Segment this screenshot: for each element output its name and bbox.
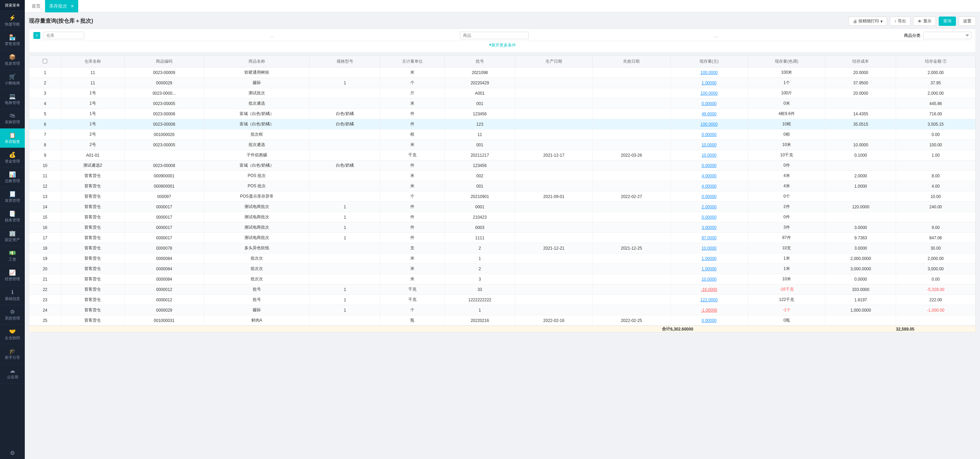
cell-total-cost: 3,000.00 <box>896 264 975 274</box>
cell-code: 0000084 <box>125 274 204 284</box>
table-wrap: 仓库名称 商品编码 商品名称 规格型号 主计量单位 批号 生产日期 失效日期 现… <box>29 56 976 332</box>
cell-unit: 米 <box>380 140 444 150</box>
cell-qty-main[interactable]: 0.00000 <box>670 161 748 171</box>
cell-qty-main[interactable]: 1.00000 <box>670 264 748 274</box>
cell-qty-alt: 4框9.6件 <box>748 109 826 119</box>
cell-unit-cost <box>826 212 896 222</box>
cell-qty-main[interactable]: 10.0000 <box>670 140 748 150</box>
sidebar-item-finance[interactable]: 💰 资金管理 <box>0 148 25 168</box>
goods-filter-input[interactable] <box>460 32 529 39</box>
cell-qty-main[interactable]: 10.0000 <box>670 274 748 284</box>
table-footer: 合计 6,302.60000 32,589.05 <box>29 326 975 332</box>
cell-qty-main[interactable]: 4.00000 <box>670 171 748 181</box>
sidebar-item-guide[interactable]: 🎓 新手引导 <box>0 344 25 364</box>
sidebar-item-system[interactable]: ⚙ 系统管理 <box>0 305 25 325</box>
display-button[interactable]: 👁 显示 <box>913 16 936 26</box>
cell-qty-main[interactable]: 0.00000 <box>670 316 748 326</box>
print-button[interactable]: 🖨 按精细打印 ▾ <box>848 16 887 26</box>
sidebar-item-quicknav[interactable]: ⚡ 快捷导航 <box>0 11 25 31</box>
cell-unit: 框 <box>380 129 444 140</box>
cell-qty-main[interactable]: 87.0000 <box>670 233 748 243</box>
cell-prod-date <box>515 109 592 119</box>
sidebar-item-collab[interactable]: 🤝 企业协同 <box>0 325 25 344</box>
cell-qty-main[interactable]: 0.00000 <box>670 99 748 109</box>
category-select[interactable] <box>923 32 971 39</box>
cell-qty-main[interactable]: 1.00000 <box>670 78 748 88</box>
cell-qty-main[interactable]: 10.0000 <box>670 243 748 253</box>
cell-qty-main[interactable]: 122.0000 <box>670 295 748 305</box>
sidebar: 搜索菜单 ⚡ 快捷导航 🏪 零售管理 📦 批发管理 🛒 小鹅电商 💻 电商管理 … <box>0 0 25 459</box>
table-row: 11 冒客货仓 000900001 POS 批次 米 002 4.00000 4… <box>29 171 975 181</box>
cell-seq: 14 <box>29 202 61 212</box>
cell-warehouse: 冒客货仓 <box>61 316 124 326</box>
cell-total-cost: 3,505.15 <box>896 119 975 129</box>
warehouse-filter-input[interactable] <box>43 32 84 39</box>
cell-code <box>125 150 204 161</box>
cell-seq: 22 <box>29 284 61 295</box>
sidebar-item-base[interactable]: ℹ 基础信息 <box>0 285 25 305</box>
table-row: 6 1号 0023-00008 富城（白色/奶橘） 白色/奶橘 件 123 10… <box>29 119 975 129</box>
cell-qty-alt: 87件 <box>748 233 826 243</box>
cell-spec: 1 <box>310 222 380 233</box>
cell-warehouse: A01-01 <box>61 150 124 161</box>
cell-qty-alt: 0框 <box>748 129 826 140</box>
sidebar-item-ledger[interactable]: 📊 总账管理 <box>0 168 25 187</box>
cell-batch: 1 <box>444 253 515 264</box>
cell-code: 0023-00008 <box>125 119 204 129</box>
cell-qty-main[interactable]: 0.00000 <box>670 212 748 222</box>
cell-qty-main[interactable]: 0.00000 <box>670 129 748 140</box>
filter-expand-btn[interactable]: ▾ 展开更多条件 <box>33 41 971 49</box>
query-button[interactable]: 查询 <box>939 16 956 26</box>
cell-qty-main[interactable]: 49.6000 <box>670 109 748 119</box>
cell-qty-main[interactable]: -16.0000 <box>670 284 748 295</box>
sidebar-item-purchase[interactable]: 🛍 采购管理 <box>0 109 25 128</box>
cell-qty-main[interactable]: -1.00000 <box>670 305 748 316</box>
cell-unit-cost <box>826 129 896 140</box>
cell-name: POS 批次 <box>204 171 309 181</box>
cell-qty-main[interactable]: 100.0000 <box>670 119 748 129</box>
cell-qty-main[interactable]: 3.00000 <box>670 222 748 233</box>
sidebar-item-mgmt[interactable]: 📈 经营管理 <box>0 266 25 285</box>
export-button[interactable]: ↑ 导出 <box>890 16 910 26</box>
tab-home[interactable]: 首页 <box>27 0 45 13</box>
filter-dots-1: ... <box>87 32 457 38</box>
sidebar-item-retail[interactable]: 🏪 零售管理 <box>0 31 25 50</box>
cell-prod-date: 2021-12-17 <box>515 150 592 161</box>
cell-qty-main[interactable]: 10.0000 <box>670 150 748 161</box>
cell-qty-main[interactable]: 1.00000 <box>670 253 748 264</box>
cell-qty-main[interactable]: 0.00000 <box>670 191 748 202</box>
sidebar-item-cloud[interactable]: ☁ 云应用 <box>0 364 25 384</box>
sidebar-item-ecom[interactable]: 💻 电商管理 <box>0 89 25 109</box>
cell-qty-main[interactable]: 2.00000 <box>670 202 748 212</box>
sidebar-search[interactable]: 搜索菜单 <box>0 0 25 11</box>
sidebar-item-invoice[interactable]: 🧾 发票管理 <box>0 187 25 207</box>
tab-close-icon[interactable]: ✕ <box>70 4 74 9</box>
cell-unit: 米 <box>380 67 444 78</box>
filter-dots-2: ... <box>531 32 902 38</box>
cell-qty-alt: 1个 <box>748 78 826 88</box>
sidebar-item-assets[interactable]: 🏢 固定资产 <box>0 226 25 246</box>
table-row: 8 2号 0023-00005 批次遴选 米 001 10.0000 10米 1… <box>29 140 975 150</box>
filter-toggle-button[interactable]: > <box>33 32 40 39</box>
cell-batch: 1 <box>444 305 515 316</box>
cell-warehouse: 1号 <box>61 99 124 109</box>
sidebar-item-salary[interactable]: 💵 工资 <box>0 246 25 266</box>
sidebar-item-wholesale[interactable]: 📦 批发管理 <box>0 50 25 70</box>
cell-qty-alt: 0米 <box>748 99 826 109</box>
cell-seq: 23 <box>29 295 61 305</box>
tab-inventory-batch[interactable]: 库存批次 ✕ <box>45 0 78 13</box>
sidebar-item-inventory[interactable]: 📋 库存核查 <box>0 128 25 148</box>
select-all-checkbox[interactable] <box>43 59 47 63</box>
cell-unit-cost: 37.9500 <box>826 78 896 88</box>
cell-qty-main[interactable]: 4.00000 <box>670 181 748 191</box>
sidebar-item-ecom-small[interactable]: 🛒 小鹅电商 <box>0 70 25 89</box>
sidebar-settings[interactable]: ⚙ <box>0 447 25 459</box>
cell-qty-main[interactable]: 100.0000 <box>670 88 748 99</box>
cell-batch: 33 <box>444 284 515 295</box>
sidebar-item-tax[interactable]: 📑 税务管理 <box>0 207 25 226</box>
cell-qty-main[interactable]: 100.0000 <box>670 67 748 78</box>
footer-unit-cost <box>826 326 896 332</box>
footer-qty-alt <box>748 326 826 332</box>
settings-button[interactable]: 设置 <box>959 16 976 26</box>
retail-icon: 🏪 <box>2 34 24 41</box>
